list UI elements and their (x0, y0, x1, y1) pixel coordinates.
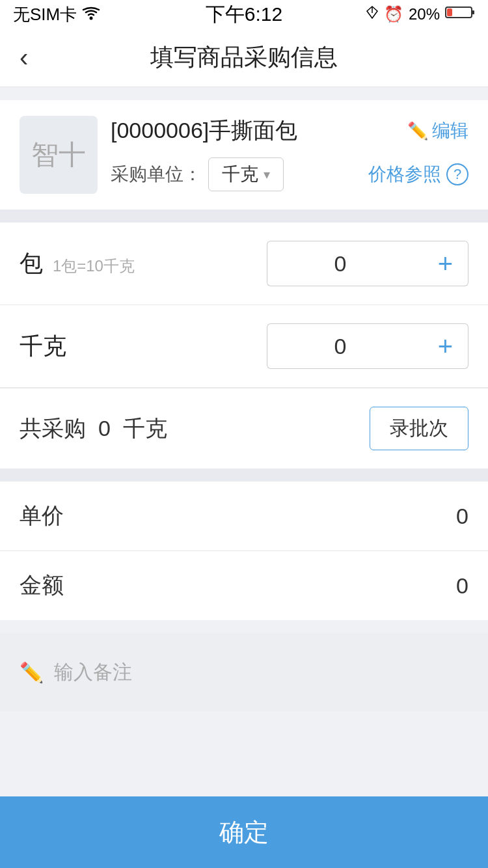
product-name-row: [0000006]手撕面包 ✏️ 编辑 (111, 116, 468, 146)
bag-qty-wrapper: + (267, 241, 468, 286)
location-icon (366, 5, 379, 23)
kg-qty-input[interactable] (267, 323, 423, 369)
bag-qty-input[interactable] (267, 241, 423, 286)
bag-label: 包 (20, 250, 43, 277)
page-title: 填写商品采购信息 (150, 42, 338, 74)
confirm-button[interactable]: 确定 (0, 796, 488, 868)
pencil-icon: ✏️ (20, 661, 44, 684)
note-placeholder: 输入备注 (54, 659, 132, 686)
edit-button[interactable]: ✏️ 编辑 (407, 118, 468, 143)
unit-label: 采购单位： (111, 162, 202, 187)
bag-input-row: 包 1包=10千克 + (0, 223, 488, 305)
kg-label: 千克 (20, 332, 66, 359)
product-unit-row: 采购单位： 千克 ▾ 价格参照 ? (111, 157, 468, 191)
unit-price-label: 单价 (20, 501, 64, 531)
svg-rect-2 (472, 10, 474, 14)
amount-row: 金额 0 (0, 551, 488, 620)
summary-row: 共采购 0 千克 录批次 (0, 388, 488, 468)
price-ref-button[interactable]: 价格参照 ? (368, 162, 468, 187)
product-card: 智十 [0000006]手撕面包 ✏️ 编辑 采购单位： 千克 ▾ (0, 100, 488, 210)
edit-icon: ✏️ (407, 121, 428, 141)
unit-row-left: 采购单位： 千克 ▾ (111, 157, 284, 191)
price-ref-info-icon: ? (446, 163, 468, 185)
unit-price-value: 0 (456, 504, 468, 529)
svg-rect-3 (447, 8, 452, 16)
bag-plus-button[interactable]: + (423, 241, 468, 286)
unit-select[interactable]: 千克 ▾ (208, 157, 284, 191)
status-bar-right: ⏰ 20% (366, 5, 475, 23)
chevron-down-icon: ▾ (264, 167, 270, 182)
kg-label-block: 千克 (20, 331, 98, 362)
summary-text: 共采购 0 千克 (20, 414, 167, 444)
bag-sub-label: 1包=10千克 (53, 257, 135, 275)
amount-value: 0 (456, 573, 468, 599)
kg-qty-wrapper: + (267, 323, 468, 369)
battery-icon (445, 5, 475, 23)
input-section: 包 1包=10千克 + 千克 + (0, 223, 488, 388)
back-button[interactable]: ‹ (20, 43, 28, 72)
nav-bar: ‹ 填写商品采购信息 (0, 29, 488, 87)
kg-plus-button[interactable]: + (423, 323, 468, 369)
batch-button[interactable]: 录批次 (370, 407, 468, 450)
carrier-label: 无SIM卡 (13, 3, 77, 26)
section-divider-2 (0, 468, 488, 481)
battery-percentage: 20% (409, 5, 440, 23)
product-info: [0000006]手撕面包 ✏️ 编辑 采购单位： 千克 ▾ 价格参照 (111, 116, 468, 191)
note-section[interactable]: ✏️ 输入备注 (0, 633, 488, 711)
alarm-icon: ⏰ (384, 5, 403, 23)
confirm-button-label: 确定 (219, 816, 269, 849)
svg-point-0 (90, 16, 93, 20)
status-bar-time: 下午6:12 (206, 1, 282, 28)
price-section: 单价 0 金额 0 (0, 481, 488, 620)
product-logo: 智十 (31, 137, 86, 173)
product-name: [0000006]手撕面包 (111, 116, 297, 146)
status-bar-left: 无SIM卡 (13, 3, 100, 26)
kg-input-row: 千克 + (0, 305, 488, 388)
amount-label: 金额 (20, 571, 64, 601)
wifi-icon (82, 5, 100, 25)
status-bar: 无SIM卡 下午6:12 ⏰ 20% (0, 0, 488, 29)
unit-price-row: 单价 0 (0, 481, 488, 551)
section-divider-1 (0, 210, 488, 223)
product-image: 智十 (20, 116, 98, 194)
main-content: 智十 [0000006]手撕面包 ✏️ 编辑 采购单位： 千克 ▾ (0, 100, 488, 802)
bag-label-block: 包 1包=10千克 (20, 248, 135, 280)
